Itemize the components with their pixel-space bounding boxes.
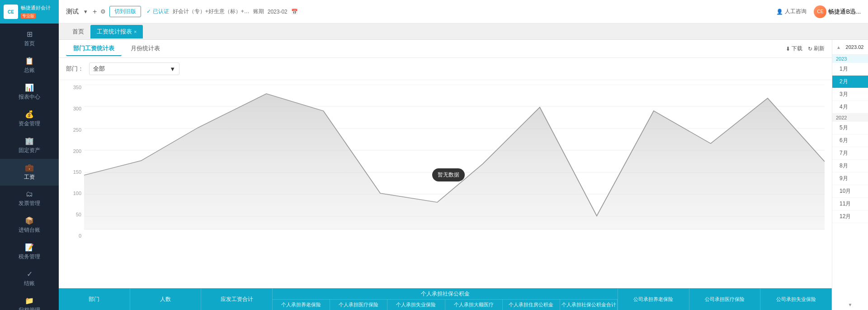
header-status: ✓ 已认证 好会计（专）+好生意（标）+… 账期 2023-02 📅 [146, 8, 297, 15]
content-area: 部门工资统计表 月份统计表 ⬇ 下载 ↻ 刷新 部门： [59, 40, 868, 310]
table-group-cells: 个人承担养老保险个人承担医疗保险个人承担失业保险个人承担大额医疗个人承担住房公积… [273, 300, 618, 310]
y-axis: 350300250200150100500 [66, 85, 84, 248]
table-header-extra-col: 公司承担失业保险 [760, 288, 832, 310]
table-header-col: 人数 [130, 288, 202, 310]
header-actions: + ⚙ 切到旧版 [93, 6, 141, 17]
chart-area: 350300250200150100500 [59, 80, 832, 288]
settings-icon[interactable]: ⚙ [100, 8, 106, 15]
sidebar-logo: CE 畅捷通好会计 专业版 [0, 0, 59, 24]
service-label: 人工咨询 [785, 8, 807, 15]
y-label: 100 [73, 191, 81, 196]
sidebar-item-报表中心[interactable]: 📊报表中心 [0, 79, 59, 105]
month-item-2023-2月[interactable]: 2月 [832, 76, 868, 88]
svg-marker-8 [84, 94, 825, 229]
sidebar-item-税务管理[interactable]: 📝税务管理 [0, 238, 59, 265]
tab-bar: 首页 工资统计报表 × [59, 24, 868, 40]
filter-bar: 部门： 全部 ▼ [59, 58, 832, 80]
sidebar-nav: ⊞首页📋总账📊报表中心💰资金管理🏢固定资产💼工资🗂发票管理📦进销台账📝税务管理✓… [0, 24, 59, 310]
add-icon[interactable]: + [93, 8, 97, 16]
date-panel-nav-down[interactable]: ▼ [847, 301, 854, 308]
dept-filter-select[interactable]: 全部 ▼ [89, 62, 179, 75]
year-label-2022[interactable]: 2022 [832, 114, 868, 122]
year-section: 20225月6月7月8月9月10月11月12月 [832, 114, 868, 223]
month-item-2023-1月[interactable]: 1月 [832, 63, 868, 76]
download-button[interactable]: ⬇ 下载 [786, 45, 802, 52]
logo-icon: CE [4, 5, 18, 19]
service-icon: 👤 [776, 9, 783, 15]
dept-filter-label: 部门： [66, 65, 84, 73]
nav-icon-税务管理: 📝 [25, 243, 34, 252]
month-item-2022-10月[interactable]: 10月 [832, 185, 868, 198]
nav-icon-首页: ⊞ [27, 30, 33, 38]
sidebar-item-进销台账[interactable]: 📦进销台账 [0, 212, 59, 238]
customer-service-button[interactable]: 👤 人工咨询 [776, 8, 807, 15]
nav-icon-进销台账: 📦 [25, 216, 34, 225]
line-chart-svg [84, 85, 825, 238]
date-list: 20231月2月3月4月20225月6月7月8月9月10月11月12月 [832, 55, 868, 299]
user-menu[interactable]: CE 畅捷通B迅... [814, 5, 861, 18]
period-label: 账期 [253, 8, 264, 15]
sidebar-item-结账[interactable]: ✓结账 [0, 265, 59, 292]
chart-svg: 暂无数据 [84, 85, 825, 248]
nav-icon-资金管理: 💰 [25, 110, 34, 119]
nav-icon-总账: 📋 [25, 57, 34, 65]
dropdown-arrow-icon: ▼ [170, 66, 175, 72]
chart-wrapper: 350300250200150100500 [66, 85, 825, 248]
y-label: 350 [73, 85, 81, 90]
month-item-2022-7月[interactable]: 7月 [832, 147, 868, 160]
verified-status: ✓ 已认证 [146, 8, 169, 15]
refresh-icon: ↻ [808, 46, 812, 52]
table-group-cell: 个人承担大额医疗 [445, 300, 503, 310]
switch-old-button[interactable]: 切到旧版 [109, 6, 141, 17]
tab-monthly-salary[interactable]: 月份统计表 [123, 42, 167, 56]
sub-tabs: 部门工资统计表 月份统计表 [66, 42, 167, 56]
main-panel: 部门工资统计表 月份统计表 ⬇ 下载 ↻ 刷新 部门： [59, 40, 832, 310]
header: 测试 ▾ + ⚙ 切到旧版 ✓ 已认证 好会计（专）+好生意（标）+… 账期 2… [59, 0, 868, 24]
nav-icon-工资: 💼 [25, 163, 34, 172]
sidebar-item-发票管理[interactable]: 🗂发票管理 [0, 186, 59, 212]
table-group-cell: 个人承担医疗保险 [330, 300, 387, 310]
table-group-cell: 个人承担养老保险 [273, 300, 330, 310]
month-item-2022-8月[interactable]: 8月 [832, 160, 868, 172]
sidebar-item-固定资产[interactable]: 🏢固定资产 [0, 132, 59, 159]
tab-close-icon[interactable]: × [134, 29, 137, 34]
sidebar-item-归档管理[interactable]: 📁归档管理 [0, 292, 59, 310]
table-header-col: 部门 [59, 288, 130, 310]
project-dropdown-icon[interactable]: ▾ [84, 8, 87, 15]
month-item-2022-5月[interactable]: 5月 [832, 122, 868, 134]
month-item-2023-4月[interactable]: 4月 [832, 101, 868, 114]
current-date-label: 2023.02 [844, 44, 865, 50]
sidebar-item-总账[interactable]: 📋总账 [0, 52, 59, 79]
sidebar: CE 畅捷通好会计 专业版 ⊞首页📋总账📊报表中心💰资金管理🏢固定资产💼工资🗂发… [0, 0, 59, 310]
table-group-cell: 个人承担住房公积金 [503, 300, 560, 310]
month-item-2022-6月[interactable]: 6月 [832, 134, 868, 147]
table-header-extra-col: 公司承担养老保险 [618, 288, 689, 310]
user-avatar: CE [814, 5, 826, 18]
month-item-2023-3月[interactable]: 3月 [832, 88, 868, 101]
app-name: 畅捷通好会计 [21, 5, 51, 11]
refresh-button[interactable]: ↻ 刷新 [808, 45, 825, 52]
sidebar-item-首页[interactable]: ⊞首页 [0, 25, 59, 52]
year-label-2023[interactable]: 2023 [832, 55, 868, 63]
product-status: 好会计（专）+好生意（标）+… [173, 8, 250, 15]
header-right: 👤 人工咨询 CE 畅捷通B迅... [776, 5, 861, 18]
table-group-label: 个人承担社保公积金 [273, 289, 618, 300]
tab-salary-report[interactable]: 工资统计报表 × [90, 25, 143, 38]
tab-home[interactable]: 首页 [66, 25, 90, 38]
main-area: 测试 ▾ + ⚙ 切到旧版 ✓ 已认证 好会计（专）+好生意（标）+… 账期 2… [59, 0, 868, 310]
refresh-label: 刷新 [814, 45, 825, 52]
user-name: 畅捷通B迅... [828, 8, 861, 16]
table-header-extra-col: 公司承担医疗保险 [689, 288, 761, 310]
calendar-icon[interactable]: 📅 [291, 9, 298, 15]
y-label: 200 [73, 148, 81, 154]
table-header-col: 应发工资合计 [201, 288, 273, 310]
date-panel-nav-up[interactable]: ▲ [835, 43, 842, 51]
month-item-2022-12月[interactable]: 12月 [832, 210, 868, 223]
tab-dept-salary[interactable]: 部门工资统计表 [66, 42, 122, 56]
month-item-2022-11月[interactable]: 11月 [832, 198, 868, 210]
sub-tab-bar: 部门工资统计表 月份统计表 ⬇ 下载 ↻ 刷新 [59, 40, 832, 58]
sidebar-item-资金管理[interactable]: 💰资金管理 [0, 105, 59, 132]
y-label: 50 [76, 212, 81, 217]
sidebar-item-工资[interactable]: 💼工资 [0, 159, 59, 186]
month-item-2022-9月[interactable]: 9月 [832, 172, 868, 185]
